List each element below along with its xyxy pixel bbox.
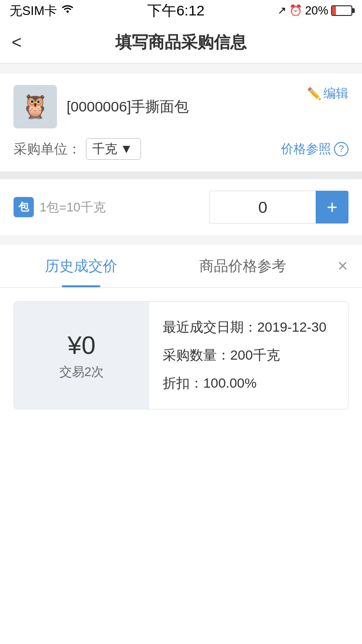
tab-history-price[interactable]: 历史成交价 <box>0 245 162 287</box>
unit-select[interactable]: 千克 ▼ <box>86 138 141 160</box>
tab-close-button[interactable]: × <box>323 245 362 287</box>
quantity-input-group: 0 + <box>209 191 348 224</box>
unit-label: 采购单位： <box>14 140 81 158</box>
package-icon: 包 <box>14 197 34 217</box>
status-right: ↗ ⏰ 20% <box>278 4 352 17</box>
status-bar: 无SIM卡 下午6:12 ↗ ⏰ 20% <box>0 0 362 21</box>
product-section: 🦉 [0000006]手撕面包 ✏️ 编辑 采购单位： 千克 ▼ 价格参照 ? <box>0 73 362 171</box>
status-time: 下午6:12 <box>147 1 204 21</box>
price-ref-button[interactable]: 价格参照 ? <box>281 140 348 157</box>
product-header: 🦉 [0000006]手撕面包 ✏️ 编辑 <box>14 85 348 128</box>
history-discount-label: 折扣： <box>163 376 203 391</box>
history-transaction-count: 交易2次 <box>59 364 104 380</box>
product-logo-icon: 🦉 <box>21 93 50 120</box>
quantity-plus-button[interactable]: + <box>316 191 348 224</box>
edit-button[interactable]: ✏️ 编辑 <box>307 85 348 102</box>
nav-bar: < 填写商品采购信息 <box>0 21 362 64</box>
history-discount-row: 折扣：100.00% <box>163 373 334 393</box>
product-left: 🦉 [0000006]手撕面包 <box>14 85 189 128</box>
quantity-row: 包 1包=10千克 0 + <box>0 179 362 235</box>
help-icon: ? <box>334 142 348 156</box>
tab-product-price-ref[interactable]: 商品价格参考 <box>162 245 323 287</box>
battery-percent: 20% <box>305 4 328 17</box>
unit-value: 千克 <box>92 140 117 157</box>
location-icon: ↗ <box>278 4 286 17</box>
history-price: ¥0 <box>68 331 96 360</box>
carrier-text: 无SIM卡 <box>10 2 57 19</box>
history-card-left: ¥0 交易2次 <box>14 302 149 409</box>
tabs-section: 历史成交价 商品价格参考 × ¥0 交易2次 最近成交日期：2019-12-30… <box>0 245 362 423</box>
tabs-header: 历史成交价 商品价格参考 × <box>0 245 362 288</box>
history-date-value: 2019-12-30 <box>257 320 326 335</box>
history-date-label: 最近成交日期： <box>163 320 257 335</box>
status-left: 无SIM卡 <box>10 2 74 19</box>
history-quantity-row: 采购数量：200千克 <box>163 345 334 365</box>
section-divider <box>0 171 362 179</box>
unit-convert-info: 1包=10千克 <box>40 199 106 216</box>
quantity-label-group: 包 1包=10千克 <box>14 197 106 217</box>
history-card-right: 最近成交日期：2019-12-30 采购数量：200千克 折扣：100.00% <box>149 302 348 409</box>
edit-label: 编辑 <box>323 85 348 102</box>
tab-product-price-ref-label: 商品价格参考 <box>199 256 286 276</box>
product-thumbnail: 🦉 <box>14 85 57 128</box>
history-card: ¥0 交易2次 最近成交日期：2019-12-30 采购数量：200千克 折扣：… <box>14 301 348 409</box>
edit-icon: ✏️ <box>307 87 321 100</box>
price-ref-label: 价格参照 <box>281 140 331 157</box>
history-date-row: 最近成交日期：2019-12-30 <box>163 317 334 337</box>
wifi-icon <box>61 3 74 18</box>
product-name: [0000006]手撕面包 <box>67 97 189 117</box>
quantity-display[interactable]: 0 <box>209 191 316 224</box>
alarm-icon: ⏰ <box>289 4 302 17</box>
page-title: 填写商品采购信息 <box>115 31 247 54</box>
history-content: ¥0 交易2次 最近成交日期：2019-12-30 采购数量：200千克 折扣：… <box>0 288 362 423</box>
history-quantity-label: 采购数量： <box>163 348 230 363</box>
package-label: 包 <box>18 200 29 214</box>
back-button[interactable]: < <box>12 32 22 53</box>
product-unit-row: 采购单位： 千克 ▼ 价格参照 ? <box>14 138 348 160</box>
history-discount-value: 100.00% <box>203 376 257 391</box>
unit-dropdown-icon: ▼ <box>120 141 133 156</box>
history-quantity-value: 200千克 <box>230 348 280 363</box>
bottom-space <box>0 423 362 644</box>
unit-left: 采购单位： 千克 ▼ <box>14 138 141 160</box>
battery-icon <box>331 5 352 16</box>
tab-history-price-label: 历史成交价 <box>45 256 117 276</box>
